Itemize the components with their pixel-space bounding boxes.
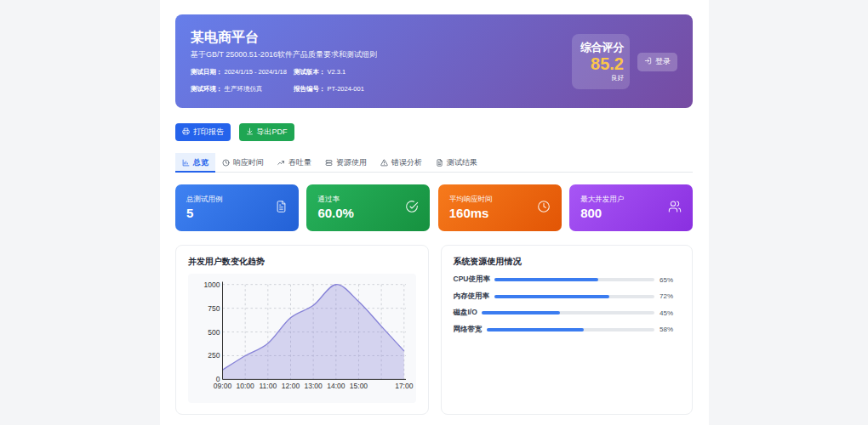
stat-card-pass-rate: 通过率60.0% <box>306 184 430 231</box>
report-header-card: 某电商平台 基于GB/T 25000.51-2016软件产品质量要求和测试细则 … <box>175 14 693 108</box>
tab-response-time[interactable]: 响应时间 <box>215 153 271 173</box>
bar-chart-icon <box>182 159 190 167</box>
trend-panel-title: 并发用户数变化趋势 <box>188 257 416 267</box>
tab-bar: 总览响应时间吞吐量资源使用错误分析测试结果 <box>175 153 693 173</box>
area-chart: 0250500750100009:0010:0011:0012:0013:001… <box>188 274 416 403</box>
svg-text:12:00: 12:00 <box>282 382 300 390</box>
resource-bar-fill <box>482 311 559 314</box>
stat-card-total-cases: 总测试用例5 <box>175 184 299 231</box>
resource-bar-fill <box>487 328 584 332</box>
stat-card-avg-response-time: 平均响应时间160ms <box>438 184 562 231</box>
meta-report-no: 报告编号：PT-2024-001 <box>294 84 377 94</box>
tab-throughput[interactable]: 吞吐量 <box>271 153 318 173</box>
resource-bar-fill <box>494 295 610 298</box>
meta-test-date: 测试日期：2024/1/15 - 2024/1/18 <box>191 67 294 76</box>
bottom-panels: 并发用户数变化趋势 0250500750100009:0010:0011:001… <box>175 245 693 415</box>
tab-test-results[interactable]: 测试结果 <box>429 153 484 173</box>
resource-bar-track <box>487 328 654 332</box>
meta-label: 报告编号： <box>294 85 326 93</box>
resource-row-disk-io: 磁盘I/O45% <box>454 305 681 322</box>
report-header-left: 某电商平台 基于GB/T 25000.51-2016软件产品质量要求和测试细则 … <box>191 27 377 108</box>
resource-label: 内存使用率 <box>454 292 490 302</box>
report-subtitle: 基于GB/T 25000.51-2016软件产品质量要求和测试细则 <box>191 49 377 60</box>
svg-text:250: 250 <box>208 351 220 360</box>
meta-test-env: 测试环境：生产环境仿真 <box>191 84 294 94</box>
concurrent-users-trend-panel: 并发用户数变化趋势 0250500750100009:0010:0011:001… <box>175 245 429 415</box>
check-circle-icon <box>405 200 419 217</box>
resource-label: 网络带宽 <box>454 325 483 335</box>
export-pdf-button[interactable]: 导出PDF <box>239 123 294 141</box>
print-report-button[interactable]: 打印报告 <box>175 123 231 141</box>
login-button[interactable]: 登录 <box>637 53 677 71</box>
file-text-icon <box>275 200 288 216</box>
resource-label: 磁盘I/O <box>454 308 477 318</box>
server-icon <box>325 159 333 167</box>
svg-text:750: 750 <box>208 304 220 313</box>
stat-card-max-concurrent-users: 最大并发用户800 <box>569 184 693 231</box>
report-header-right: 综合评分 85.2 良好 登录 <box>572 34 677 89</box>
tab-resource-usage[interactable]: 资源使用 <box>318 153 374 173</box>
resource-label: CPU使用率 <box>454 275 490 285</box>
svg-text:15:00: 15:00 <box>350 382 368 390</box>
printer-icon <box>182 128 190 137</box>
resource-percent: 65% <box>660 276 680 284</box>
users-icon <box>668 200 682 217</box>
resource-row-network: 网络带宽58% <box>454 321 681 338</box>
resource-bar-track <box>482 311 654 314</box>
meta-value: V2.3.1 <box>328 68 346 76</box>
tab-error-analysis[interactable]: 错误分析 <box>374 153 429 173</box>
tab-label: 资源使用 <box>336 158 367 167</box>
login-button-label: 登录 <box>655 56 671 67</box>
overall-score-box: 综合评分 85.2 良好 <box>572 34 630 89</box>
tab-overview[interactable]: 总览 <box>175 153 215 173</box>
resource-percent: 45% <box>660 309 680 317</box>
svg-text:10:00: 10:00 <box>237 382 255 390</box>
meta-label: 测试版本： <box>294 68 326 76</box>
page-title: 某电商平台 <box>191 29 377 46</box>
clock-icon <box>537 200 551 217</box>
download-icon <box>246 128 254 137</box>
log-in-icon <box>644 57 652 66</box>
svg-text:13:00: 13:00 <box>305 382 323 390</box>
meta-label: 测试环境： <box>191 85 223 93</box>
score-grade: 良好 <box>578 74 624 82</box>
stat-value: 5 <box>186 207 288 220</box>
svg-text:14:00: 14:00 <box>327 382 345 390</box>
resource-row-cpu: CPU使用率65% <box>454 272 681 289</box>
meta-test-version: 测试版本：V2.3.1 <box>294 67 377 76</box>
svg-text:500: 500 <box>208 328 220 337</box>
report-meta: 测试日期：2024/1/15 - 2024/1/18 测试版本：V2.3.1 测… <box>191 67 377 94</box>
stat-cards: 总测试用例5通过率60.0%平均响应时间160ms最大并发用户800 <box>175 184 693 231</box>
resource-percent: 58% <box>660 326 680 333</box>
score-label: 综合评分 <box>578 42 624 54</box>
tab-label: 错误分析 <box>391 158 422 167</box>
clock-icon <box>222 159 230 167</box>
alert-triangle-icon <box>380 159 388 167</box>
resource-bar-track <box>494 278 654 281</box>
resource-bar-track <box>494 295 655 298</box>
meta-value: PT-2024-001 <box>328 85 364 93</box>
tab-label: 响应时间 <box>233 158 264 167</box>
report-page: 某电商平台 基于GB/T 25000.51-2016软件产品质量要求和测试细则 … <box>160 0 709 425</box>
resource-row-memory: 内存使用率72% <box>454 288 681 305</box>
tab-label: 吞吐量 <box>288 158 311 167</box>
svg-text:11:00: 11:00 <box>260 382 277 390</box>
tab-label: 测试结果 <box>447 158 477 167</box>
meta-value: 2024/1/15 - 2024/1/18 <box>225 68 287 76</box>
resource-bar-fill <box>494 278 598 281</box>
trending-up-icon <box>277 159 285 167</box>
score-value: 85.2 <box>578 56 624 71</box>
stat-label: 总测试用例 <box>186 195 288 203</box>
export-pdf-label: 导出PDF <box>257 127 288 138</box>
svg-text:09:00: 09:00 <box>214 382 232 390</box>
resource-percent: 72% <box>660 292 680 300</box>
svg-text:1000: 1000 <box>204 280 220 289</box>
meta-value: 生产环境仿真 <box>225 85 263 93</box>
resource-panel-title: 系统资源使用情况 <box>454 257 681 267</box>
action-buttons: 打印报告 导出PDF <box>175 123 693 141</box>
print-report-label: 打印报告 <box>193 127 224 138</box>
tab-label: 总览 <box>193 158 208 167</box>
file-text-icon <box>436 159 443 167</box>
resource-rows: CPU使用率65%内存使用率72%磁盘I/O45%网络带宽58% <box>454 272 681 338</box>
meta-label: 测试日期： <box>191 68 223 76</box>
